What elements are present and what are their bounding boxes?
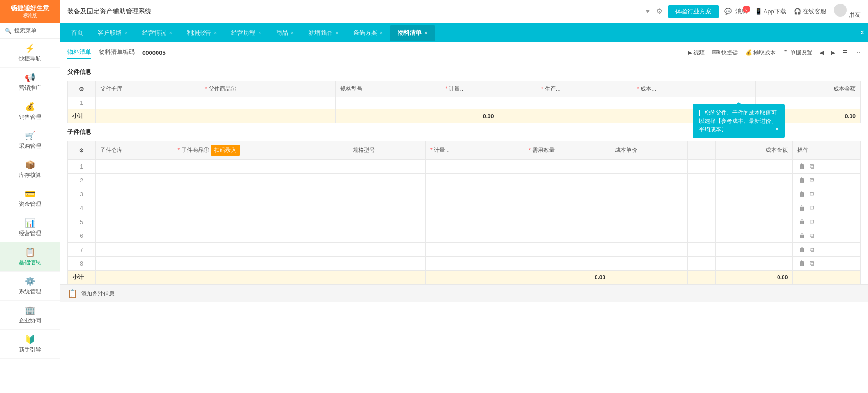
child-quantity-4[interactable] [524, 201, 610, 215]
tab-profit-report[interactable]: 利润报告 × [180, 25, 224, 41]
dropdown-arrow-icon[interactable]: ▼ [645, 8, 651, 15]
child-spec-3[interactable] [348, 187, 426, 201]
sub-tab-bom-code[interactable]: 物料清单编码 [99, 46, 135, 59]
copy-icon-2[interactable]: ⧉ [810, 176, 814, 184]
close-all-icon[interactable]: × [860, 29, 864, 37]
delete-icon-8[interactable]: 🗑 [799, 260, 805, 267]
copy-icon-8[interactable]: ⧉ [810, 260, 814, 267]
th-child-quantity[interactable]: * 需用数量 [524, 141, 610, 160]
sub-tab-bom[interactable]: 物料清单 [67, 46, 91, 59]
copy-icon-7[interactable]: ⧉ [810, 246, 814, 253]
child-spec-7[interactable] [348, 243, 426, 257]
tab-bom[interactable]: 物料清单 × [390, 25, 434, 41]
tab-home[interactable]: 首页 [64, 25, 90, 41]
tab-operation-status[interactable]: 经营情况 × [135, 25, 179, 41]
child-spec-1[interactable] [348, 160, 426, 174]
child-quantity-3[interactable] [524, 187, 610, 201]
search-menu[interactable]: 🔍 搜索菜单 [0, 23, 60, 39]
child-product-7[interactable] [173, 243, 348, 257]
child-warehouse-3[interactable] [96, 187, 173, 201]
tab-add-product[interactable]: 新增商品 × [301, 25, 345, 41]
sidebar-item-basic-info[interactable]: 📋 基础信息 [0, 242, 60, 272]
parent-production-cell[interactable] [536, 97, 632, 109]
th-parent-cost[interactable]: * 成本... [632, 81, 728, 97]
child-product-1[interactable] [173, 160, 348, 174]
more-options-icon[interactable]: ⋯ [855, 49, 861, 56]
child-product-8[interactable] [173, 257, 348, 271]
sidebar-item-quick-nav[interactable]: ⚡ 快捷导航 [0, 39, 60, 68]
child-product-4[interactable] [173, 201, 348, 215]
delete-icon-5[interactable]: 🗑 [799, 218, 805, 225]
sidebar-item-inventory[interactable]: 📦 库存核算 [0, 155, 60, 184]
child-spec-5[interactable] [348, 215, 426, 229]
app-download[interactable]: 📱 App下载 [755, 7, 786, 16]
copy-icon-5[interactable]: ⧉ [810, 218, 814, 225]
sidebar-item-finance[interactable]: 💳 资金管理 [0, 184, 60, 213]
tab-operation-history[interactable]: 经营历程 × [224, 25, 268, 41]
th-child-unit[interactable]: * 计量... [426, 141, 496, 160]
tab-products[interactable]: 商品 × [269, 25, 301, 41]
child-unit-price-7[interactable] [610, 243, 688, 257]
parent-warehouse-cell[interactable] [96, 97, 200, 109]
child-warehouse-6[interactable] [96, 229, 173, 243]
tab-barcode-close[interactable]: × [380, 30, 383, 36]
child-unit-price-8[interactable] [610, 257, 688, 271]
copy-icon-1[interactable]: ⧉ [810, 163, 814, 170]
child-unit-price-3[interactable] [610, 187, 688, 201]
child-product-5[interactable] [173, 215, 348, 229]
copy-icon-6[interactable]: ⧉ [810, 232, 814, 239]
tab-products-close[interactable]: × [291, 30, 294, 36]
tab-operation-history-close[interactable]: × [258, 30, 261, 36]
sidebar-item-system[interactable]: ⚙️ 系统管理 [0, 272, 60, 301]
tooltip-close-icon[interactable]: × [775, 125, 778, 133]
prev-record[interactable]: ◀ [820, 49, 824, 56]
th-parent-settings[interactable]: ⚙ [68, 81, 96, 97]
child-spec-8[interactable] [348, 257, 426, 271]
tab-profit-report-close[interactable]: × [214, 30, 217, 36]
user-info[interactable]: 用友 [834, 4, 861, 19]
child-unit-7[interactable] [426, 243, 496, 257]
child-unit-price-2[interactable] [610, 174, 688, 187]
parent-product-cell[interactable] [200, 97, 336, 109]
delete-icon-2[interactable]: 🗑 [799, 176, 805, 184]
doc-settings-action[interactable]: 🗒 单据设置 [783, 49, 812, 57]
th-child-product[interactable]: * 子件商品ⓘ 扫码录入 [173, 141, 348, 160]
child-unit-2[interactable] [426, 174, 496, 187]
sidebar-item-marketing[interactable]: 📢 营销推广 [0, 68, 60, 97]
child-warehouse-1[interactable] [96, 160, 173, 174]
online-service[interactable]: 🎧 在线客服 [794, 7, 827, 16]
tab-bom-close[interactable]: × [424, 30, 427, 36]
tab-barcode[interactable]: 条码方案 × [346, 25, 390, 41]
parent-spec-cell[interactable] [336, 97, 440, 109]
delete-icon-6[interactable]: 🗑 [799, 232, 805, 239]
child-unit-4[interactable] [426, 201, 496, 215]
th-child-warehouse[interactable]: 子件仓库 [96, 141, 173, 160]
child-warehouse-4[interactable] [96, 201, 173, 215]
child-quantity-5[interactable] [524, 215, 610, 229]
child-product-2[interactable] [173, 174, 348, 187]
tab-add-product-close[interactable]: × [335, 30, 338, 36]
th-parent-product[interactable]: * 父件商品ⓘ [200, 81, 336, 97]
trial-btn[interactable]: 体验行业方案 [668, 5, 719, 18]
delete-icon-7[interactable]: 🗑 [799, 246, 805, 253]
settings-icon[interactable]: ⚙ [656, 7, 663, 16]
tab-customers[interactable]: 客户联络 × [90, 25, 135, 41]
child-unit-price-1[interactable] [610, 160, 688, 174]
next-record[interactable]: ▶ [831, 49, 835, 56]
child-quantity-2[interactable] [524, 174, 610, 187]
scan-button[interactable]: 扫码录入 [211, 145, 240, 156]
video-action[interactable]: ▶ 视频 [688, 49, 705, 57]
child-unit-8[interactable] [426, 257, 496, 271]
child-unit-price-4[interactable] [610, 201, 688, 215]
child-unit-price-6[interactable] [610, 229, 688, 243]
child-quantity-8[interactable] [524, 257, 610, 271]
child-product-6[interactable] [173, 229, 348, 243]
th-parent-production[interactable]: * 生产... [536, 81, 632, 97]
tab-customers-close[interactable]: × [125, 30, 127, 36]
child-product-3[interactable] [173, 187, 348, 201]
child-spec-4[interactable] [348, 201, 426, 215]
tab-operation-status-close[interactable]: × [169, 30, 172, 36]
child-spec-2[interactable] [348, 174, 426, 187]
sidebar-item-sales[interactable]: 💰 销售管理 [0, 97, 60, 126]
th-parent-unit[interactable]: * 计量... [440, 81, 536, 97]
